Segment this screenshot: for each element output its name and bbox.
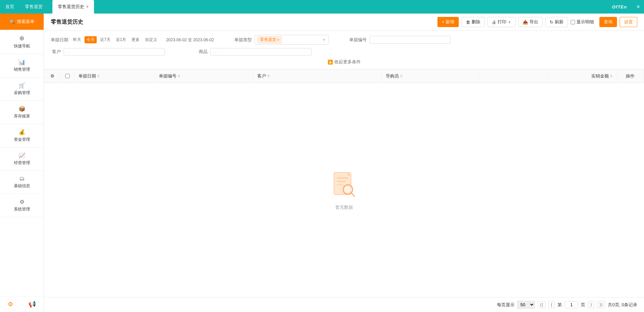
print-button[interactable]: 🖨 打印 ▼ [487, 17, 516, 27]
th-date-label: 单据日期 [78, 73, 96, 79]
customer-select[interactable]: ... [64, 48, 165, 55]
query-button[interactable]: 查询 [599, 17, 617, 27]
finance-icon: 💰 [19, 129, 25, 135]
tag-close-icon[interactable]: × [277, 38, 280, 42]
show-detail-checkbox-label[interactable]: 显示明细 [571, 19, 594, 25]
th-guide-sort-icon[interactable]: ⇅ [400, 74, 403, 78]
tab-active-close-icon[interactable]: × [86, 4, 89, 9]
date-range-item: 2023-06-02 至 2023-06-02 [166, 37, 214, 43]
th-billno[interactable]: 单据编号 ⇅ [155, 70, 253, 83]
export-button[interactable]: 📤 导出 [518, 17, 543, 27]
th-spacer [480, 73, 548, 80]
sidebar-item-finance[interactable]: 💰 资金管理 [0, 124, 44, 148]
date-btn-yesterday[interactable]: 昨天 [71, 36, 83, 43]
topbar-right: OfTEn [612, 4, 632, 9]
sidebar-item-sales[interactable]: 📊 销售管理 [0, 54, 44, 77]
th-settings[interactable]: ⚙ [44, 70, 61, 82]
content-area: 零售退货历史 + 新增 🗑 删除 🖨 打印 ▼ 📤 导出 ↻ [44, 14, 644, 312]
goods-dots: ... [213, 49, 217, 54]
table-container: ⚙ 单据日期 ⇅ 单据编号 ⇅ 客户 ⇅ 导购员 [44, 69, 644, 312]
column-settings-icon[interactable]: ⚙ [50, 73, 54, 79]
select-all-checkbox[interactable] [65, 74, 70, 78]
tab-close-icon[interactable]: × [45, 4, 47, 9]
th-date[interactable]: 单据日期 ⇅ [74, 70, 155, 83]
date-range-text: 2023-06-02 至 2023-06-02 [166, 37, 214, 43]
sidebar: 🔍 搜索菜单 ⊕ 快捷导航 📊 销售管理 🛒 采购管理 📦 库存核算 💰 资金管… [0, 14, 44, 312]
filter-row-1: 单据日期 昨天 今天 近7天 近1月 更多 自定义 2023-06-02 至 2… [51, 35, 637, 45]
collapse-up-icon: 🔼 [328, 60, 333, 65]
page-title: 零售退货历史 [51, 19, 83, 26]
collapse-button[interactable]: 🔼 收起更多条件 [328, 59, 361, 65]
date-btn-7days[interactable]: 近7天 [98, 36, 113, 43]
bill-type-filter: 单据类型 零售退货 × ▼ [234, 35, 329, 45]
empty-text: 暂无数据 [335, 204, 353, 210]
th-amount[interactable]: 实销金额 ⇅ [549, 70, 617, 83]
sales-icon: 📊 [19, 59, 25, 65]
bill-type-tag: 零售退货 × [258, 36, 282, 43]
new-button[interactable]: + 新增 [437, 17, 459, 27]
page-number-input[interactable] [565, 301, 578, 308]
bill-no-input[interactable] [369, 36, 451, 44]
date-filter-label: 单据日期 [51, 37, 68, 43]
quick-nav-icon: ⊕ [19, 35, 24, 42]
tab-retail-return[interactable]: 零售退货 × [20, 0, 52, 14]
toolbar: + 新增 🗑 删除 🖨 打印 ▼ 📤 导出 ↻ 刷新 [437, 17, 637, 27]
page-first-button[interactable]: ⟨⟨ [538, 301, 546, 308]
page-last-button[interactable]: ⟩⟩ [597, 301, 605, 308]
page-next-button[interactable]: ⟩ [588, 301, 594, 308]
table-header: ⚙ 单据日期 ⇅ 单据编号 ⇅ 客户 ⇅ 导购员 [44, 69, 644, 83]
page-label-after: 页 [581, 302, 585, 308]
th-action: 操作 [617, 70, 644, 83]
page-prev-button[interactable]: ⟨ [548, 301, 555, 308]
tab-retail-return-history[interactable]: 零售退货历史 × [52, 0, 94, 14]
sidebar-item-ops[interactable]: 📈 经营管理 [0, 148, 44, 171]
th-customer-sort-icon[interactable]: ⇅ [267, 74, 270, 78]
search-icon: 🔍 [9, 19, 15, 24]
sidebar-item-inventory[interactable]: 📦 库存核算 [0, 101, 44, 124]
goods-label: 商品 [199, 49, 208, 55]
date-btn-today[interactable]: 今天 [85, 36, 97, 43]
print-chevron-icon: ▼ [508, 20, 511, 24]
inventory-icon: 📦 [19, 106, 25, 112]
ops-icon: 📈 [19, 152, 25, 159]
filter-area: 单据日期 昨天 今天 近7天 近1月 更多 自定义 2023-06-02 至 2… [44, 31, 644, 69]
delete-button[interactable]: 🗑 删除 [461, 17, 485, 27]
bill-type-select[interactable]: 零售退货 × ▼ [255, 35, 329, 45]
th-guide[interactable]: 导购员 ⇅ [382, 70, 480, 83]
sidebar-item-quick-nav[interactable]: ⊕ 快捷导航 [0, 30, 44, 54]
date-btn-1month[interactable]: 近1月 [114, 36, 128, 43]
brand-label: OfTEn [612, 4, 627, 9]
th-checkbox[interactable] [61, 70, 74, 82]
th-customer[interactable]: 客户 ⇅ [253, 70, 382, 83]
volume-icon[interactable]: 📢 [28, 300, 36, 308]
date-btn-custom[interactable]: 自定义 [143, 36, 159, 43]
window-close-button[interactable]: × [632, 3, 644, 10]
refresh-button[interactable]: ↻ 刷新 [545, 17, 568, 27]
page-header: 零售退货历史 + 新增 🗑 删除 🖨 打印 ▼ 📤 导出 ↻ [44, 14, 644, 31]
sidebar-search[interactable]: 🔍 搜索菜单 [0, 14, 44, 30]
empty-state: 暂无数据 [44, 83, 644, 297]
refresh-icon: ↻ [550, 20, 553, 25]
th-billno-sort-icon[interactable]: ⇅ [177, 74, 180, 78]
bill-no-filter: 单据编号 [349, 36, 451, 44]
goods-select[interactable]: ... [210, 48, 312, 55]
basic-icon: 🗂 [19, 176, 25, 182]
setting-button[interactable]: 设置 [620, 17, 637, 27]
show-detail-checkbox[interactable] [571, 20, 575, 24]
empty-illustration [329, 170, 359, 200]
customer-dots: ... [67, 49, 70, 54]
tab-home[interactable]: 首页 [0, 0, 20, 14]
svg-rect-1 [337, 177, 348, 179]
sidebar-item-system[interactable]: ⚙ 系统管理 [0, 194, 44, 217]
sidebar-item-basic[interactable]: 🗂 基础信息 [0, 171, 44, 194]
settings-gear-icon[interactable]: ⚙ [8, 300, 13, 308]
page-size-select[interactable]: 50 10 20 100 [517, 301, 535, 309]
sidebar-item-purchase[interactable]: 🛒 采购管理 [0, 77, 44, 101]
delete-icon: 🗑 [466, 20, 470, 25]
th-amount-sort-icon[interactable]: ⇅ [610, 74, 613, 78]
date-btn-more[interactable]: 更多 [129, 36, 142, 43]
th-date-sort-icon[interactable]: ⇅ [97, 74, 100, 78]
th-action-label: 操作 [626, 73, 635, 79]
page-label-before: 第 [557, 302, 562, 308]
th-guide-label: 导购员 [386, 73, 399, 79]
